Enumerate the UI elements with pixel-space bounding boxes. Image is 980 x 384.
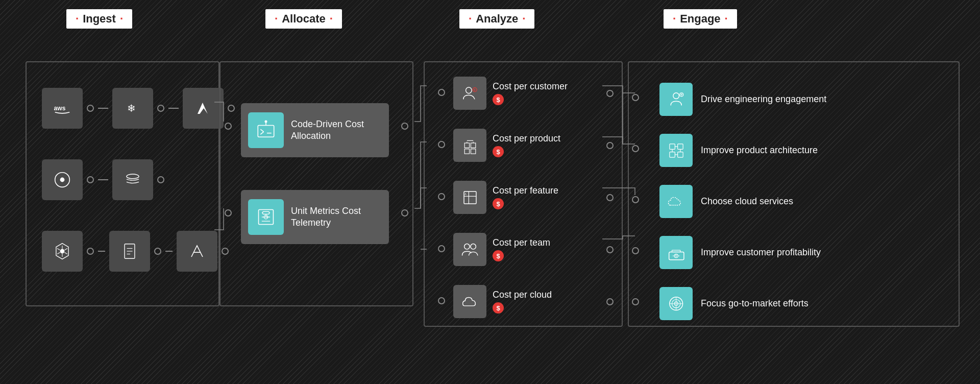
svg-point-4 — [60, 178, 65, 182]
svg-rect-54 — [677, 143, 683, 149]
analyze-row-3-content: Cost per feature $ — [493, 185, 600, 209]
analyze-row-4-content: Cost per team $ — [493, 237, 600, 261]
improve-architecture-icon — [659, 134, 693, 167]
dynatrace-icon — [186, 240, 208, 262]
analyze-row-4-label: Cost per team — [493, 237, 600, 248]
engineer-icon-svg — [667, 90, 686, 109]
engage-row-4: $ Improve customer profitability — [639, 236, 945, 269]
analyze-left-conn-5 — [438, 297, 445, 304]
azure-icon-tile — [183, 88, 224, 129]
ingest-line-5 — [165, 251, 173, 252]
allocate-left-conn-2 — [225, 209, 232, 217]
engage-label-text: Engage — [680, 12, 720, 26]
ingest-row-3 — [42, 231, 229, 272]
analyze-dollar-4: $ — [493, 250, 504, 261]
allocate-right-conn-2 — [401, 209, 408, 217]
cost-per-feature-icon: A — [453, 181, 486, 214]
feature-icon-svg: A — [460, 188, 480, 207]
engage-left-conn-1 — [632, 94, 639, 101]
azure-icon — [192, 97, 214, 119]
analyze-row-2-content: Cost per product $ — [493, 133, 600, 157]
svg-line-22 — [260, 129, 263, 132]
engage-left-conn-3 — [632, 196, 639, 203]
unit-metrics-svg — [255, 206, 277, 228]
ingest-conn-aws — [87, 105, 94, 112]
ingest-conn-layers — [157, 176, 164, 183]
analyze-row-5: Cost per cloud $ — [435, 285, 614, 318]
doc-icon-tile — [109, 231, 150, 272]
kubernetes-icon — [51, 240, 74, 262]
aws-icon-tile: aws — [42, 88, 83, 129]
analyze-row-3-label: Cost per feature — [493, 185, 600, 196]
allocate-dot-right: · — [330, 12, 333, 26]
dynatrace-icon-tile — [177, 231, 217, 272]
ingest-line-2 — [168, 108, 179, 109]
analyze-section-label: · Analyze · — [459, 9, 534, 29]
allocate-card-1-text: Code-Driven Cost Allocation — [291, 118, 382, 142]
svg-point-47 — [464, 244, 470, 249]
analyze-left-conn-4 — [438, 245, 445, 252]
product-icon-svg — [460, 136, 480, 155]
ingest-line-1 — [98, 108, 108, 109]
go-to-market-icon — [659, 287, 693, 320]
analyze-row-5-content: Cost per cloud $ — [493, 290, 600, 314]
svg-rect-55 — [669, 152, 675, 157]
engage-row-5-label: Focus go-to-market efforts — [701, 298, 808, 309]
analyze-left-conn-3 — [438, 193, 445, 200]
ingest-line-4 — [98, 251, 105, 252]
allocate-right-conn-1 — [401, 123, 408, 130]
engage-row-1: Drive engineering engagement — [639, 83, 945, 116]
analyze-dollar-1: $ — [493, 94, 504, 105]
analyze-label-text: Analyze — [476, 12, 518, 26]
customer-icon-svg: $ — [460, 84, 480, 103]
engage-row-1-label: Drive engineering engagement — [701, 93, 826, 105]
engage-left-conn-5 — [632, 298, 639, 305]
analyze-right-conn-2 — [606, 142, 614, 149]
cost-per-team-icon — [453, 233, 486, 266]
svg-rect-39 — [471, 149, 475, 153]
engage-row-2: Improve product architecture — [639, 134, 945, 167]
allocate-card-1: Code-Driven Cost Allocation — [241, 103, 389, 157]
kubernetes-icon-tile — [42, 231, 83, 272]
svg-marker-2 — [198, 103, 208, 114]
svg-point-21 — [264, 121, 267, 123]
architecture-icon-svg — [667, 141, 686, 160]
analyze-dot-right: · — [522, 12, 525, 26]
svg-point-7 — [60, 249, 65, 254]
analyze-right-conn-5 — [606, 298, 614, 305]
analyze-dollar-2: $ — [493, 146, 504, 157]
snowflake-icon: ❄ — [121, 97, 144, 119]
analyze-box: $ Cost per customer $ Cost per product — [424, 61, 623, 327]
engage-box: Drive engineering engagement Improve pro… — [628, 61, 960, 327]
ingest-row-1: aws ❄ — [42, 88, 235, 129]
ingest-dot-right: · — [120, 12, 123, 26]
engage-left-conn-2 — [632, 145, 639, 152]
cloud-services-icon-svg — [667, 192, 686, 211]
svg-line-13 — [64, 249, 67, 250]
analyze-row-4: Cost per team $ — [435, 233, 614, 266]
svg-rect-19 — [258, 126, 274, 137]
svg-text:aws: aws — [54, 105, 66, 112]
code-driven-svg — [255, 119, 277, 141]
analyze-right-conn-3 — [606, 194, 614, 201]
engage-row-4-label: Improve customer profitability — [701, 247, 821, 258]
svg-text:❄: ❄ — [127, 103, 136, 114]
svg-point-33 — [465, 87, 472, 93]
code-driven-icon — [248, 112, 284, 148]
allocate-card-2: Unit Metrics Cost Telemetry — [241, 190, 389, 244]
analyze-dot-left: · — [469, 12, 472, 26]
analyze-row-1: $ Cost per customer $ — [435, 77, 614, 110]
svg-point-49 — [673, 92, 679, 99]
svg-text:$: $ — [473, 88, 475, 91]
svg-rect-53 — [669, 143, 675, 149]
ingest-section-label: · Ingest · — [66, 9, 132, 29]
analyze-row-2: Cost per product $ — [435, 129, 614, 162]
aws-icon: aws — [51, 97, 74, 119]
engage-dot-left: · — [673, 12, 676, 26]
allocate-left-conn-1 — [225, 123, 232, 130]
layers-icon-tile — [112, 159, 153, 200]
svg-point-5 — [127, 174, 139, 179]
ingest-conn-doc — [154, 248, 161, 255]
ingest-row-2 — [42, 159, 164, 200]
ingest-label-text: Ingest — [83, 12, 116, 26]
